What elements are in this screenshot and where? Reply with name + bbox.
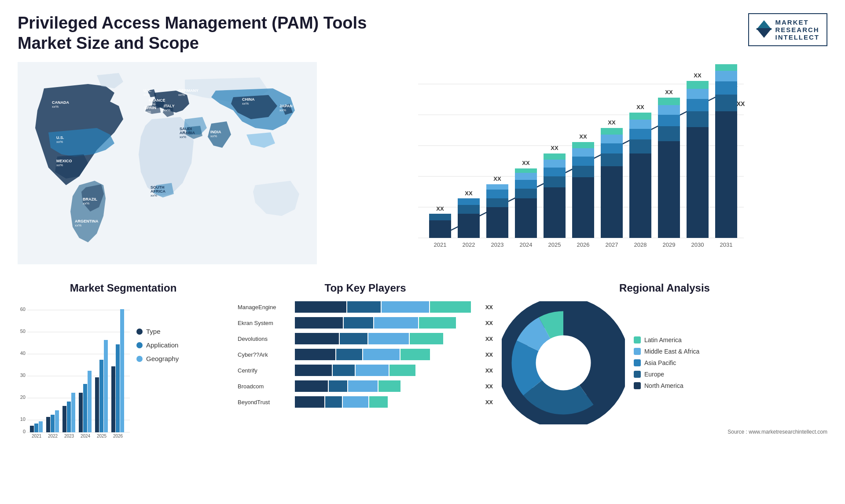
svg-rect-131 (111, 366, 115, 432)
svg-text:2030: 2030 (691, 241, 704, 248)
reg-label-northamerica: North America (644, 382, 683, 389)
svg-text:xx%: xx% (143, 93, 150, 97)
svg-rect-38 (486, 184, 508, 190)
svg-rect-123 (79, 393, 83, 432)
donut-svg (502, 301, 625, 424)
svg-text:2023: 2023 (64, 434, 74, 438)
reg-legend-latin: Latin America (634, 336, 699, 343)
donut-container: Latin America Middle East & Africa Asia … (502, 301, 827, 424)
logo-line2: RESEARCH (775, 26, 820, 33)
svg-rect-79 (658, 105, 680, 115)
player-xx-ekran: XX (485, 320, 493, 326)
svg-text:0: 0 (23, 429, 26, 434)
svg-rect-41 (515, 198, 537, 238)
svg-text:10: 10 (20, 416, 26, 422)
player-name-cyberark: Cyber??Ark (238, 351, 290, 358)
svg-text:xx%: xx% (75, 223, 81, 227)
svg-text:XX: XX (465, 190, 473, 197)
svg-rect-133 (120, 309, 124, 432)
svg-rect-80 (658, 98, 680, 105)
reg-dot-latin (634, 336, 641, 343)
svg-text:60: 60 (20, 307, 26, 312)
legend-type: Type (136, 328, 179, 335)
player-xx-centrify: XX (485, 367, 493, 374)
country-india: INDIA (210, 130, 221, 134)
svg-rect-121 (71, 393, 75, 432)
seg-legend: Type Application Geography (136, 328, 179, 362)
svg-rect-55 (572, 177, 594, 238)
reg-dot-northamerica (634, 382, 641, 389)
svg-rect-52 (544, 153, 566, 160)
svg-rect-87 (687, 81, 709, 89)
players-section: Top Key Players ManageEngine XX Ekran Sy… (238, 282, 493, 458)
country-italy: ITALY (164, 104, 175, 108)
player-xx-devolutions: XX (485, 336, 493, 342)
svg-rect-127 (95, 377, 99, 432)
svg-rect-42 (515, 189, 537, 198)
svg-rect-57 (572, 157, 594, 166)
svg-text:xx%: xx% (180, 135, 186, 139)
svg-rect-59 (572, 142, 594, 148)
svg-rect-45 (515, 168, 537, 173)
page-title: Privileged Access Management (PAM) Tools… (18, 13, 378, 53)
svg-text:20: 20 (20, 394, 26, 400)
source-text: Source : www.marketresearchintellect.com (502, 429, 827, 435)
svg-rect-49 (544, 176, 566, 187)
svg-rect-63 (601, 153, 623, 166)
svg-rect-113 (39, 421, 43, 432)
svg-rect-64 (601, 143, 623, 153)
svg-text:2021: 2021 (32, 434, 42, 438)
legend-label-application: Application (146, 341, 178, 349)
legend-dot-geography (136, 356, 143, 362)
player-name-beyondtrust: BeyondTrust (238, 399, 290, 405)
top-section: CANADA xx% U.S. xx% MEXICO xx% BRAZIL xx… (18, 62, 827, 269)
country-japan: JAPAN (279, 104, 293, 108)
svg-rect-62 (601, 166, 623, 238)
country-uk: U.K. (143, 88, 151, 93)
reg-label-apac: Asia Pacific (644, 359, 676, 366)
svg-rect-112 (34, 424, 38, 432)
player-name-devolutions: Devolutions (238, 336, 290, 342)
bar-chart-container: XX 2021 XX 2022 XX 2023 (326, 62, 827, 264)
player-bar-ekran (295, 317, 479, 329)
svg-text:xx%: xx% (242, 102, 249, 106)
reg-label-europe: Europe (644, 371, 664, 378)
reg-legend-northamerica: North America (634, 382, 699, 389)
svg-text:xx%: xx% (83, 201, 89, 205)
svg-rect-119 (62, 406, 66, 432)
player-name-ekran: Ekran System (238, 320, 290, 326)
country-brazil: BRAZIL (83, 197, 97, 201)
player-row-devolutions: Devolutions XX (238, 333, 493, 344)
country-spain: SPAIN (144, 106, 156, 110)
svg-text:2023: 2023 (491, 241, 504, 248)
svg-text:xx%: xx% (164, 108, 170, 112)
svg-text:XX: XX (665, 89, 673, 95)
player-bar-manageengine (295, 301, 479, 313)
segmentation-title: Market Segmentation (18, 282, 229, 294)
bottom-section: Market Segmentation 60 50 40 30 20 10 0 (18, 282, 827, 458)
player-bar-beyondtrust (295, 396, 479, 408)
svg-text:30: 30 (20, 373, 26, 378)
svg-rect-124 (83, 384, 87, 432)
svg-rect-32 (458, 198, 480, 205)
players-list: ManageEngine XX Ekran System (238, 301, 493, 408)
svg-text:2029: 2029 (663, 241, 676, 248)
player-xx-broadcom: XX (485, 383, 493, 390)
svg-text:xx%: xx% (151, 194, 157, 197)
svg-text:2025: 2025 (548, 241, 561, 248)
svg-text:XX: XX (579, 133, 587, 140)
svg-text:XX: XX (522, 160, 530, 166)
svg-text:XX: XX (694, 72, 702, 79)
svg-text:xx%: xx% (210, 134, 217, 138)
svg-text:XX: XX (737, 100, 745, 107)
svg-rect-93 (715, 71, 737, 81)
svg-text:40: 40 (20, 351, 26, 356)
player-name-manageengine: ManageEngine (238, 304, 290, 310)
svg-rect-86 (687, 89, 709, 99)
svg-rect-27 (429, 214, 451, 220)
player-row-ekran: Ekran System XX (238, 317, 493, 329)
svg-text:2021: 2021 (434, 241, 447, 248)
svg-rect-66 (601, 128, 623, 135)
regional-section: Regional Analysis (502, 282, 827, 458)
svg-rect-94 (715, 64, 737, 71)
